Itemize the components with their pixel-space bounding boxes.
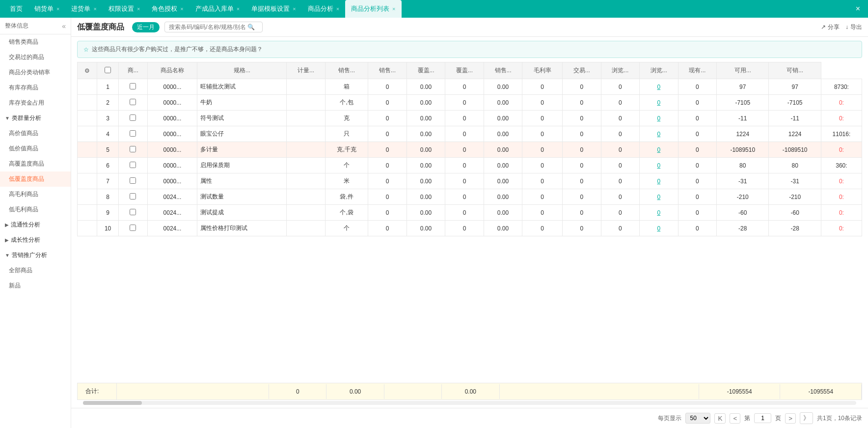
search-input[interactable] (169, 24, 247, 30)
search-icon[interactable]: 🔍 (247, 24, 255, 30)
row-checkbox[interactable] (130, 225, 136, 231)
sidebar-item-traded-goods[interactable]: 交易过的商品 (0, 50, 71, 65)
share-icon: ↗ (821, 24, 826, 30)
prev-page-button[interactable]: < (730, 413, 740, 424)
row-checkbox[interactable] (130, 99, 136, 105)
scrollbar-thumb[interactable] (83, 401, 142, 405)
close-icon[interactable]: × (336, 6, 339, 12)
row-checkbox[interactable] (130, 114, 136, 121)
row-current-stock-cell: 97 (717, 79, 769, 95)
sidebar-item-high-coverage[interactable]: 高覆盖度商品 (0, 156, 71, 171)
row-coverage1-cell: 0 (445, 221, 484, 236)
row-view1-cell[interactable]: 0 (640, 158, 678, 173)
sidebar-item-high-margin[interactable]: 高毛利商品 (0, 187, 71, 202)
last-page-button[interactable]: 》 (800, 412, 813, 424)
row-name-cell: 多计量 (197, 142, 287, 158)
sidebar-group-flow[interactable]: ▶ 流通性分析 (0, 217, 71, 232)
row-checkbox-cell[interactable] (119, 95, 147, 111)
row-checkbox-cell[interactable] (119, 79, 147, 95)
row-view2-cell: 0 (678, 158, 717, 173)
sidebar-item-new-goods[interactable]: 新品 (0, 278, 71, 293)
row-checkbox[interactable] (130, 83, 136, 89)
row-spec-cell (287, 189, 326, 205)
settings-icon[interactable]: ⚙ (84, 67, 90, 74)
sidebar-item-low-coverage[interactable]: 低覆盖度商品 (0, 171, 71, 187)
row-view1-cell[interactable]: 0 (640, 142, 678, 158)
row-current-stock-cell: -28 (717, 221, 769, 236)
row-checkbox-cell[interactable] (119, 173, 147, 189)
row-checkbox-cell[interactable] (119, 189, 147, 205)
share-button[interactable]: ↗ 分享 (821, 23, 840, 31)
scrollbar-track[interactable] (83, 401, 856, 405)
sidebar-item-sales-goods[interactable]: 销售类商品 (0, 34, 71, 50)
sidebar-item-stocked-goods[interactable]: 有库存商品 (0, 80, 71, 95)
row-num-cell: 5 (97, 142, 119, 158)
row-coverage1-cell: 0 (445, 79, 484, 95)
close-icon[interactable]: × (137, 6, 140, 12)
close-icon[interactable]: × (93, 6, 96, 12)
row-view2-cell: 0 (678, 189, 717, 205)
nav-item-sales[interactable]: 销货单 × (28, 0, 65, 18)
sidebar-group-cluster[interactable]: ▼ 类群量分析 (0, 111, 71, 126)
select-all-checkbox[interactable] (105, 67, 111, 73)
first-page-button[interactable]: K (714, 413, 726, 424)
sidebar-item-all-goods[interactable]: 全部商品 (0, 263, 71, 278)
row-saleable-cell: 0: (821, 189, 862, 205)
sidebar-item-capital-usage[interactable]: 库存资金占用 (0, 95, 71, 111)
row-saleable-cell: 0: (821, 221, 862, 236)
nav-item-home[interactable]: 首页 (4, 0, 28, 18)
row-view1-cell[interactable]: 0 (640, 111, 678, 126)
sidebar-group-growth[interactable]: ▶ 成长性分析 (0, 232, 71, 248)
row-view1-cell[interactable]: 0 (640, 205, 678, 221)
total-info: 共1页，10条记录 (817, 414, 862, 423)
close-icon[interactable]: × (293, 6, 296, 12)
nav-item-products[interactable]: 产成品入库单 × (190, 0, 245, 18)
row-view1-cell[interactable]: 0 (640, 173, 678, 189)
close-icon[interactable]: × (237, 6, 240, 12)
export-button[interactable]: ↓ 导出 (845, 23, 862, 31)
next-page-button[interactable]: > (785, 413, 796, 424)
nav-item-purchase[interactable]: 进货单 × (65, 0, 102, 18)
row-checkbox[interactable] (130, 209, 136, 215)
row-checkbox-cell[interactable] (119, 111, 147, 126)
sidebar-item-low-margin[interactable]: 低毛利商品 (0, 202, 71, 217)
close-icon[interactable]: × (180, 6, 183, 12)
gross-margin-col-header: 毛利率 (522, 62, 563, 79)
page-size-select[interactable]: 50 100 200 (685, 413, 710, 424)
sidebar-collapse-button[interactable]: « (62, 22, 66, 30)
row-checkbox-cell[interactable] (119, 158, 147, 173)
window-close-button[interactable]: × (852, 4, 864, 13)
row-view1-cell[interactable]: 0 (640, 189, 678, 205)
row-view1-cell[interactable]: 0 (640, 95, 678, 111)
row-checkbox-cell[interactable] (119, 205, 147, 221)
sidebar-item-high-value[interactable]: 高价值商品 (0, 126, 71, 141)
sidebar-item-category-rate[interactable]: 商品分类动销率 (0, 65, 71, 80)
row-checkbox[interactable] (130, 162, 136, 168)
export-label: 导出 (850, 23, 862, 31)
nav-item-templates[interactable]: 单据模板设置 × (245, 0, 301, 18)
sidebar-group-marketing[interactable]: ▼ 营销推广分析 (0, 248, 71, 263)
row-checkbox-cell[interactable] (119, 126, 147, 142)
sidebar-item-low-value[interactable]: 低价值商品 (0, 141, 71, 156)
nav-item-analysis[interactable]: 商品分析 × (302, 0, 345, 18)
row-view1-cell[interactable]: 0 (640, 79, 678, 95)
row-checkbox[interactable] (130, 177, 136, 184)
row-checkbox[interactable] (130, 130, 136, 137)
page-number-input[interactable] (754, 413, 771, 423)
row-checkbox-cell[interactable] (119, 221, 147, 236)
row-sales-rate-cell: 0 (522, 221, 563, 236)
nav-item-analysis-list[interactable]: 商品分析列表 × (345, 0, 401, 18)
row-view1-cell[interactable]: 0 (640, 126, 678, 142)
nav-item-roles[interactable]: 角色授权 × (146, 0, 189, 18)
row-trade-cell: 0 (601, 205, 640, 221)
nav-item-permissions[interactable]: 权限设置 × (103, 0, 146, 18)
row-view1-cell[interactable]: 0 (640, 221, 678, 236)
info-banner-text: 这些商品只有很少客户购买过，是推广不够，还是商品本身问题？ (92, 45, 263, 54)
row-sales-qty-cell: 0 (368, 173, 407, 189)
row-checkbox[interactable] (130, 146, 136, 152)
time-filter-badge[interactable]: 近一月 (132, 22, 160, 32)
row-checkbox-cell[interactable] (119, 142, 147, 158)
row-checkbox[interactable] (130, 193, 136, 200)
close-icon[interactable]: × (392, 6, 395, 12)
close-icon[interactable]: × (56, 6, 59, 12)
